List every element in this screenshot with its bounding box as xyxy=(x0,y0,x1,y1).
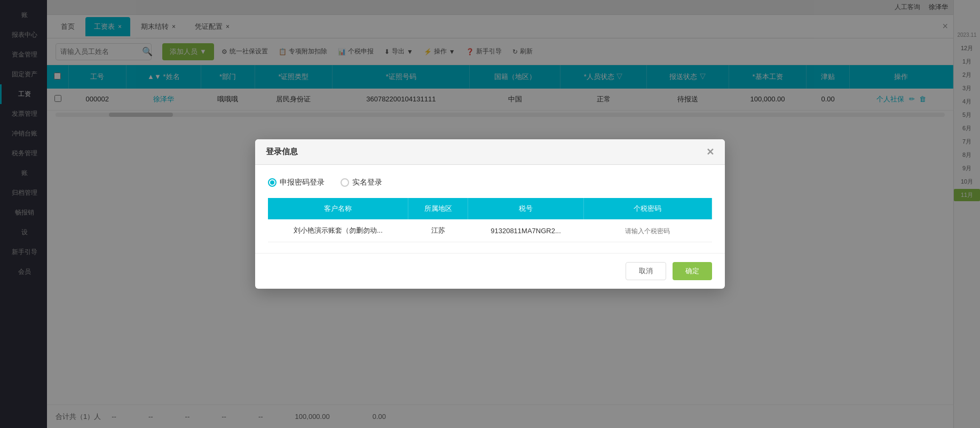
dialog-footer: 取消 确定 xyxy=(255,253,725,289)
dialog-cell-tax-no: 91320811MA7NGR2... xyxy=(468,219,583,242)
dialog-cell-password[interactable] xyxy=(583,219,712,242)
cancel-button[interactable]: 取消 xyxy=(626,262,666,280)
dialog-body: 申报密码登录 实名登录 客户名称 所属地区 税号 个税密码 xyxy=(255,165,725,253)
dialog-close-button[interactable]: ✕ xyxy=(706,146,714,158)
radio-password-login[interactable]: 申报密码登录 xyxy=(268,178,325,187)
dialog-table-row: 刘小艳演示账套（勿删勿动... 江苏 91320811MA7NGR2... xyxy=(268,219,712,242)
login-dialog: 登录信息 ✕ 申报密码登录 实名登录 客户名称 所属地区 xyxy=(255,139,725,289)
dialog-header: 登录信息 ✕ xyxy=(255,139,725,165)
radio-realname-circle xyxy=(341,178,349,187)
radio-password-circle xyxy=(268,178,276,187)
login-type-radio-group: 申报密码登录 实名登录 xyxy=(268,178,712,187)
dialog-col-region: 所属地区 xyxy=(408,198,468,219)
dialog-cell-region: 江苏 xyxy=(408,219,468,242)
confirm-button[interactable]: 确定 xyxy=(673,262,712,280)
dialog-title: 登录信息 xyxy=(266,147,298,157)
tax-password-input[interactable] xyxy=(592,227,703,235)
client-table: 客户名称 所属地区 税号 个税密码 刘小艳演示账套（勿删勿动... 江苏 913… xyxy=(268,198,712,242)
dialog-col-client-name: 客户名称 xyxy=(268,198,408,219)
dialog-col-tax-no: 税号 xyxy=(468,198,583,219)
dialog-col-password: 个税密码 xyxy=(583,198,712,219)
dialog-cell-client-name: 刘小艳演示账套（勿删勿动... xyxy=(268,219,408,242)
dialog-overlay: 登录信息 ✕ 申报密码登录 实名登录 客户名称 所属地区 xyxy=(0,0,980,428)
radio-realname-login[interactable]: 实名登录 xyxy=(341,178,382,187)
